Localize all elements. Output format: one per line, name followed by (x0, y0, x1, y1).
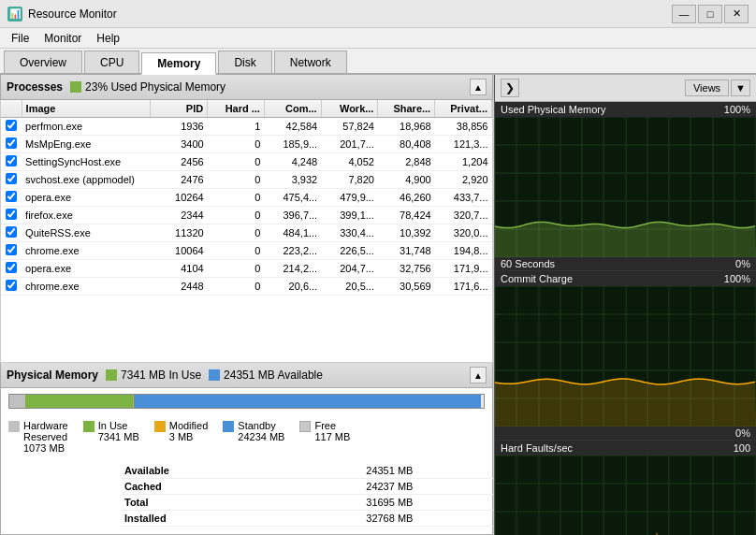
col-work[interactable]: Work... (321, 100, 378, 118)
row-check[interactable] (1, 136, 22, 153)
graph-used-canvas (495, 117, 756, 257)
menu-monitor[interactable]: Monitor (36, 30, 89, 47)
graph-commit-bottom-pct: 0% (735, 427, 750, 439)
row-share: 18,968 (378, 118, 435, 136)
legend-modified-color (154, 421, 166, 432)
physical-memory-header-left: Physical Memory 7341 MB In Use 24351 MB … (7, 369, 323, 382)
nav-back-btn[interactable]: ❯ (501, 79, 519, 97)
col-image[interactable]: Image (22, 100, 151, 118)
physical-memory-collapse-btn[interactable]: ▲ (470, 367, 487, 383)
row-com: 396,7... (264, 207, 321, 224)
close-button[interactable]: ✕ (724, 5, 749, 23)
tab-overview[interactable]: Overview (4, 51, 82, 73)
row-work: 330,4... (321, 224, 378, 242)
row-share: 30,569 (378, 278, 435, 296)
views-button-group: Views ▼ (685, 80, 750, 96)
table-row[interactable]: chrome.exe 2448 0 20,6... 20,5... 30,569… (1, 278, 492, 296)
views-dropdown-arrow[interactable]: ▼ (731, 80, 750, 96)
col-share[interactable]: Share... (378, 100, 435, 118)
processes-collapse-btn[interactable]: ▲ (470, 79, 487, 95)
table-row[interactable]: perfmon.exe 1936 1 42,584 57,824 18,968 … (1, 118, 492, 136)
stat-cached: Cached 24237 MB (121, 479, 494, 495)
graph-faults-title-row: Hard Faults/sec 100 (495, 441, 756, 455)
graph-commit-title: Commit Charge (501, 273, 573, 284)
row-check[interactable] (1, 242, 22, 260)
processes-badge-text: 23% Used Physical Memory (85, 80, 225, 94)
col-hard[interactable]: Hard ... (208, 100, 265, 118)
row-check[interactable] (1, 118, 22, 136)
tab-cpu[interactable]: CPU (84, 51, 139, 73)
table-row[interactable]: firefox.exe 2344 0 396,7... 399,1... 78,… (1, 207, 492, 224)
row-work: 399,1... (321, 207, 378, 224)
app-title: Resource Monitor (28, 7, 672, 21)
processes-header[interactable]: Processes 23% Used Physical Memory ▲ (0, 75, 493, 100)
row-check[interactable] (1, 189, 22, 207)
row-com: 42,584 (264, 118, 321, 136)
legend-free-color (299, 421, 311, 432)
row-priv: 171,9... (435, 260, 492, 278)
row-hard: 0 (208, 224, 265, 242)
stat-installed: Installed 32768 MB (121, 511, 494, 527)
table-row[interactable]: chrome.exe 10064 0 223,2... 226,5... 31,… (1, 242, 492, 260)
stat-total: Total 31695 MB (121, 495, 494, 511)
tab-disk[interactable]: Disk (218, 51, 271, 73)
process-table-container[interactable]: Image PID Hard ... Com... Work... Share.… (0, 100, 493, 363)
bar-free (481, 395, 484, 408)
row-priv: 1,204 (435, 153, 492, 171)
row-image: opera.exe (22, 189, 151, 207)
memory-bar-container (1, 388, 492, 414)
memory-graph-canvas (495, 117, 756, 257)
table-row[interactable]: opera.exe 10264 0 475,4... 479,9... 46,2… (1, 189, 492, 207)
menu-help[interactable]: Help (89, 30, 127, 47)
row-hard: 0 (208, 242, 265, 260)
row-check[interactable] (1, 224, 22, 242)
minimize-button[interactable]: — (672, 5, 696, 23)
commit-graph-canvas (495, 286, 756, 427)
row-check[interactable] (1, 153, 22, 171)
graph-used-physical-memory: Used Physical Memory 100% 60 Seconds 0% (495, 102, 756, 271)
row-work: 20,5... (321, 278, 378, 296)
stat-cached-value: 24237 MB (362, 479, 494, 495)
row-com: 3,932 (264, 171, 321, 189)
right-panel-header: ❯ Views ▼ (495, 75, 756, 102)
tab-network[interactable]: Network (274, 51, 347, 73)
memory-section: HardwareReserved1073 MB In Use7341 MB Mo… (0, 388, 493, 535)
stat-available-label: Available (121, 463, 362, 479)
processes-badge: 23% Used Physical Memory (70, 80, 225, 94)
stat-installed-value: 32768 MB (362, 511, 494, 527)
processes-badge-color (70, 81, 81, 93)
legend-inuse-color (83, 421, 94, 432)
legend-hw-color (8, 421, 20, 432)
graph-used-seconds-label: 60 Seconds (501, 258, 555, 269)
menu-file[interactable]: File (4, 30, 36, 47)
row-hard: 0 (208, 136, 265, 153)
row-image: firefox.exe (22, 207, 151, 224)
row-image: perfmon.exe (22, 118, 151, 136)
row-pid: 2448 (151, 278, 208, 296)
maximize-button[interactable]: □ (698, 5, 722, 23)
tab-bar: Overview CPU Memory Disk Network (0, 49, 756, 75)
inuse-color (106, 369, 117, 381)
views-label[interactable]: Views (685, 80, 729, 96)
table-row[interactable]: opera.exe 4104 0 214,2... 204,7... 32,75… (1, 260, 492, 278)
tab-memory[interactable]: Memory (141, 52, 216, 75)
table-row[interactable]: SettingSyncHost.exe 2456 0 4,248 4,052 2… (1, 153, 492, 171)
row-check[interactable] (1, 207, 22, 224)
col-com[interactable]: Com... (264, 100, 321, 118)
stat-total-value: 31695 MB (362, 495, 494, 511)
graph-commit-title-row: Commit Charge 100% (495, 271, 756, 286)
row-priv: 194,8... (435, 242, 492, 260)
row-check[interactable] (1, 260, 22, 278)
col-check[interactable] (1, 100, 22, 118)
table-row[interactable]: svchost.exe (appmodel) 2476 0 3,932 7,82… (1, 171, 492, 189)
row-hard: 0 (208, 260, 265, 278)
row-hard: 0 (208, 189, 265, 207)
col-priv[interactable]: Privat... (435, 100, 492, 118)
col-pid[interactable]: PID (151, 100, 208, 118)
table-row[interactable]: QuiteRSS.exe 11320 0 484,1... 330,4... 1… (1, 224, 492, 242)
physical-memory-header[interactable]: Physical Memory 7341 MB In Use 24351 MB … (0, 363, 493, 388)
row-check[interactable] (1, 278, 22, 296)
table-row[interactable]: MsMpEng.exe 3400 0 185,9... 201,7... 80,… (1, 136, 492, 153)
graph-commit-top-pct: 100% (724, 273, 750, 284)
row-check[interactable] (1, 171, 22, 189)
